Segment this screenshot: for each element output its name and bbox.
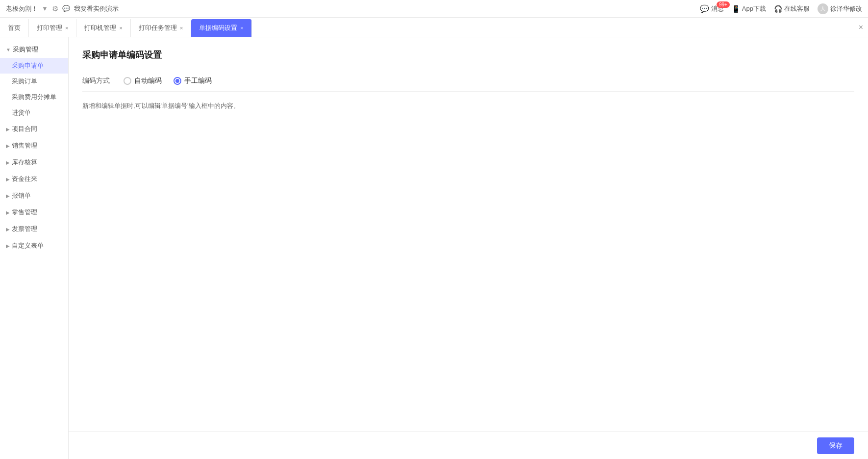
invoice-arrow: ▶ [6, 227, 10, 232]
tab-home-label: 首页 [8, 24, 21, 32]
sidebar-group-custom-forms[interactable]: ▶ 自定义表单 [0, 237, 68, 254]
sidebar-group-sales-mgmt[interactable]: ▶ 销售管理 [0, 137, 68, 154]
sidebar-group-purchase[interactable]: ▼ 采购管理 [0, 41, 68, 58]
auto-code-option[interactable]: 自动编码 [124, 76, 162, 85]
custom-forms-label: 自定义表单 [12, 241, 44, 250]
message-button[interactable]: 💬 消息 99+ [700, 4, 724, 13]
sidebar-group-capital[interactable]: ▶ 资金往来 [0, 171, 68, 187]
content-footer: 保存 [69, 432, 868, 459]
sidebar-group-project-contract[interactable]: ▶ 项目合同 [0, 121, 68, 137]
purchase-group-label: 采购管理 [13, 45, 38, 54]
encoding-row: 编码方式 自动编码 手工编码 [82, 71, 854, 92]
returns-arrow: ▶ [6, 193, 10, 199]
manual-code-radio[interactable] [174, 77, 181, 85]
top-bar-title: 老板勿割！ [6, 4, 38, 13]
tab-bar-close-all[interactable]: × [859, 23, 863, 32]
tab-print-task[interactable]: 打印任务管理 × [131, 19, 191, 37]
sidebar-item-stock-in[interactable]: 进货单 [0, 105, 68, 121]
sidebar-item-purchase-expense[interactable]: 采购费用分摊单 [0, 89, 68, 105]
tab-printer-mgmt-label: 打印机管理 [84, 24, 116, 32]
sidebar-purchase-order-label: 采购订单 [12, 77, 37, 85]
main-layout: ▼ 采购管理 采购申请单 采购订单 采购费用分摊单 进货单 ▶ 项目合同 ▶ 销… [0, 37, 868, 459]
sidebar-group-returns[interactable]: ▶ 报销单 [0, 187, 68, 204]
invoice-label: 发票管理 [12, 225, 37, 233]
app-download-button[interactable]: 📱 App下载 [732, 4, 766, 13]
demo-text[interactable]: 我要看实例演示 [74, 4, 119, 13]
encoding-label: 编码方式 [82, 76, 112, 85]
auto-code-radio[interactable] [124, 77, 131, 85]
retail-label: 零售管理 [12, 208, 37, 217]
sidebar-item-purchase-request[interactable]: 采购申请单 [0, 58, 68, 74]
sales-mgmt-label: 销售管理 [12, 141, 37, 150]
content-area: 采购申请单编码设置 编码方式 自动编码 手工编码 新增和编辑单据时,可以编辑'单… [69, 37, 868, 459]
tab-single-code-label: 单据编码设置 [199, 24, 237, 32]
app-icon: 📱 [732, 5, 740, 13]
tab-print-mgmt[interactable]: 打印管理 × [29, 19, 76, 37]
sidebar: ▼ 采购管理 采购申请单 采购订单 采购费用分摊单 进货单 ▶ 项目合同 ▶ 销… [0, 37, 69, 459]
online-service-label: 在线客服 [784, 4, 810, 13]
hint-text: 新增和编辑单据时,可以编辑'单据编号'输入框中的内容。 [82, 102, 854, 110]
sidebar-purchase-request-label: 采购申请单 [12, 62, 44, 69]
tab-home[interactable]: 首页 [0, 19, 29, 37]
user-profile[interactable]: 人 徐泽华修改 [818, 3, 862, 14]
top-bar-left: 老板勿割！ ▼ ⚙ 💬 我要看实例演示 [6, 4, 119, 13]
page-title: 采购申请单编码设置 [82, 49, 854, 61]
manual-code-label: 手工编码 [184, 76, 212, 85]
user-name: 徐泽华修改 [830, 4, 862, 13]
content-inner: 采购申请单编码设置 编码方式 自动编码 手工编码 新增和编辑单据时,可以编辑'单… [69, 37, 868, 432]
inventory-label: 库存核算 [12, 158, 37, 167]
returns-label: 报销单 [12, 191, 31, 200]
demo-icon: 💬 [62, 5, 70, 12]
save-button[interactable]: 保存 [817, 437, 854, 454]
manual-code-option[interactable]: 手工编码 [174, 76, 212, 85]
sidebar-group-invoice[interactable]: ▶ 发票管理 [0, 221, 68, 237]
sidebar-purchase-expense-label: 采购费用分摊单 [12, 93, 56, 101]
top-bar-right: 💬 消息 99+ 📱 App下载 🎧 在线客服 人 徐泽华修改 [700, 3, 862, 14]
custom-forms-arrow: ▶ [6, 243, 10, 249]
capital-arrow: ▶ [6, 177, 10, 182]
avatar: 人 [818, 3, 828, 14]
tab-print-task-label: 打印任务管理 [139, 24, 177, 32]
service-icon: 🎧 [774, 5, 782, 13]
auto-code-label: 自动编码 [134, 76, 162, 85]
top-bar-dropdown-icon[interactable]: ▼ [42, 5, 48, 12]
tab-bar: 首页 打印管理 × 打印机管理 × 打印任务管理 × 单据编码设置 × × [0, 18, 868, 37]
purchase-group-arrow: ▼ [6, 47, 11, 52]
tab-single-code-close[interactable]: × [240, 25, 243, 31]
message-badge: 99+ [717, 1, 730, 8]
tab-printer-mgmt-close[interactable]: × [119, 25, 122, 31]
tab-single-code[interactable]: 单据编码设置 × [191, 19, 251, 37]
top-bar: 老板勿割！ ▼ ⚙ 💬 我要看实例演示 💬 消息 99+ 📱 App下载 🎧 在… [0, 0, 868, 18]
settings-icon[interactable]: ⚙ [52, 4, 58, 13]
inventory-arrow: ▶ [6, 160, 10, 165]
tab-printer-mgmt[interactable]: 打印机管理 × [76, 19, 130, 37]
capital-label: 资金往来 [12, 175, 37, 183]
project-contract-arrow: ▶ [6, 127, 10, 132]
tab-print-mgmt-label: 打印管理 [37, 24, 62, 32]
message-icon: 💬 [700, 4, 709, 13]
retail-arrow: ▶ [6, 210, 10, 215]
tab-print-mgmt-close[interactable]: × [65, 25, 68, 31]
sales-mgmt-arrow: ▶ [6, 143, 10, 149]
sidebar-stock-in-label: 进货单 [12, 109, 31, 116]
sidebar-group-inventory[interactable]: ▶ 库存核算 [0, 154, 68, 171]
sidebar-group-retail[interactable]: ▶ 零售管理 [0, 204, 68, 221]
project-contract-label: 项目合同 [12, 125, 37, 133]
sidebar-item-purchase-order[interactable]: 采购订单 [0, 74, 68, 89]
tab-print-task-close[interactable]: × [180, 25, 183, 31]
online-service-button[interactable]: 🎧 在线客服 [774, 4, 810, 13]
app-download-label: App下载 [742, 4, 766, 13]
